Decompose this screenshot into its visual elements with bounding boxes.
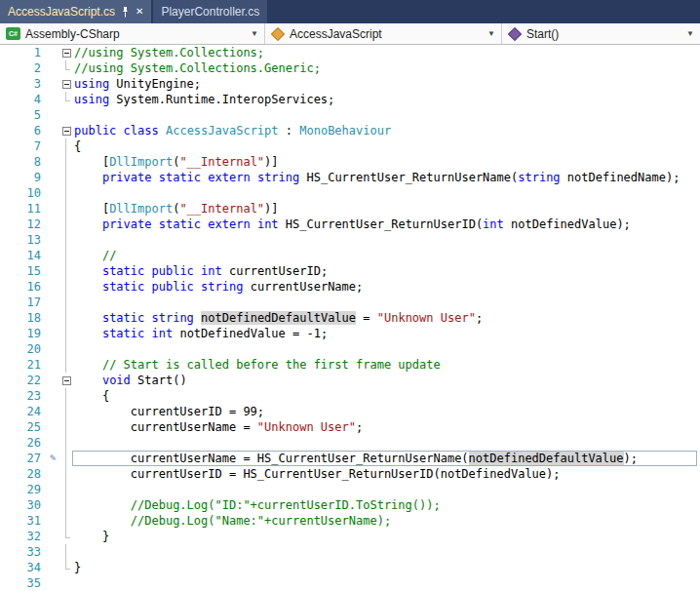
code-line[interactable]: 21 // Start is called before the first f… <box>0 357 700 373</box>
line-number[interactable]: 17 <box>0 295 47 310</box>
code-line[interactable]: 34} <box>0 560 700 575</box>
code-text[interactable]: //using System.Collections; <box>74 45 700 60</box>
collapse-minus-icon[interactable] <box>62 376 71 385</box>
type-dropdown[interactable]: AccessJavaScript ▼ <box>265 23 502 44</box>
collapse-minus-icon[interactable] <box>62 127 71 136</box>
code-text[interactable]: currentUserName = HS_CurrentUser_ReturnU… <box>74 451 700 466</box>
line-number[interactable]: 27 <box>0 451 47 466</box>
code-text[interactable]: // Start is called before the first fram… <box>74 357 700 373</box>
code-text[interactable]: currentUserName = "Unknown User"; <box>74 419 700 435</box>
line-number[interactable]: 13 <box>0 232 47 248</box>
code-text[interactable]: using System.Runtime.InteropServices; <box>74 92 700 107</box>
code-text[interactable]: void Start() <box>74 373 700 388</box>
code-line[interactable]: 16 static public string currentUserName; <box>0 279 700 295</box>
code-line[interactable]: 22 void Start() <box>0 373 700 388</box>
fold-collapse-button[interactable] <box>58 76 74 92</box>
line-number[interactable]: 28 <box>0 466 47 482</box>
line-number[interactable]: 33 <box>0 544 47 560</box>
line-number[interactable]: 4 <box>0 92 47 107</box>
code-line[interactable]: 5 <box>0 107 700 123</box>
code-text[interactable]: } <box>74 529 700 544</box>
code-line[interactable]: 17 <box>0 295 700 310</box>
line-number[interactable]: 3 <box>0 76 47 92</box>
line-number[interactable]: 32 <box>0 529 47 544</box>
code-line[interactable]: 2//using System.Collections.Generic; <box>0 60 700 76</box>
code-line[interactable]: 8 [DllImport("__Internal")] <box>0 154 700 170</box>
code-line[interactable]: 11 [DllImport("__Internal")] <box>0 201 700 217</box>
code-text[interactable]: [DllImport("__Internal")] <box>74 154 700 170</box>
line-number[interactable]: 26 <box>0 435 47 451</box>
line-number[interactable]: 19 <box>0 326 47 341</box>
line-number[interactable]: 9 <box>0 170 47 185</box>
collapse-minus-icon[interactable] <box>62 49 71 58</box>
line-number[interactable]: 16 <box>0 279 47 295</box>
tab-playercontroller[interactable]: PlayerController.cs <box>153 0 267 23</box>
code-text[interactable]: { <box>74 388 700 404</box>
code-text[interactable]: //using System.Collections.Generic; <box>74 60 700 76</box>
code-line[interactable]: 31 //Debug.Log("Name:"+currentUserName); <box>0 513 700 529</box>
code-line[interactable]: 35 <box>0 575 700 591</box>
code-text[interactable]: [DllImport("__Internal")] <box>74 201 700 217</box>
pin-icon[interactable] <box>121 7 130 18</box>
line-number[interactable]: 1 <box>0 45 47 60</box>
line-number[interactable]: 10 <box>0 185 47 201</box>
close-icon[interactable]: ✕ <box>136 7 143 17</box>
code-line[interactable]: 14 // <box>0 248 700 263</box>
code-text[interactable] <box>74 341 700 357</box>
member-dropdown[interactable]: Start() ▼ <box>502 23 700 44</box>
project-dropdown[interactable]: C# Assembly-CSharp ▼ <box>0 23 265 44</box>
code-line[interactable]: 3using UnityEngine; <box>0 76 700 92</box>
code-text[interactable] <box>74 107 700 123</box>
code-text[interactable] <box>74 575 700 591</box>
code-line[interactable]: 7{ <box>0 138 700 154</box>
code-text[interactable]: private static extern string HS_CurrentU… <box>74 170 700 185</box>
code-line[interactable]: 10 <box>0 185 700 201</box>
line-number[interactable]: 7 <box>0 138 47 154</box>
code-line[interactable]: 9 private static extern string HS_Curren… <box>0 170 700 185</box>
line-number[interactable]: 15 <box>0 263 47 279</box>
code-text[interactable]: currentUserID = 99; <box>74 404 700 419</box>
code-text[interactable]: public class AccessJavaScript : MonoBeha… <box>74 123 700 138</box>
collapse-minus-icon[interactable] <box>62 80 71 89</box>
line-number[interactable]: 11 <box>0 201 47 217</box>
code-text[interactable]: // <box>74 248 700 263</box>
line-number[interactable]: 12 <box>0 217 47 232</box>
line-number[interactable]: 30 <box>0 497 47 513</box>
fold-collapse-button[interactable] <box>58 45 74 60</box>
code-line[interactable]: 33 <box>0 544 700 560</box>
code-text[interactable] <box>74 232 700 248</box>
code-line[interactable]: 18 static string notDefinedDefaultValue … <box>0 310 700 326</box>
line-number[interactable]: 8 <box>0 154 47 170</box>
line-number[interactable]: 20 <box>0 341 47 357</box>
fold-collapse-button[interactable] <box>58 373 74 388</box>
line-number[interactable]: 22 <box>0 373 47 388</box>
line-number[interactable]: 5 <box>0 107 47 123</box>
code-line[interactable]: 25 currentUserName = "Unknown User"; <box>0 419 700 435</box>
code-text[interactable]: static public string currentUserName; <box>74 279 700 295</box>
code-line[interactable]: 1//using System.Collections; <box>0 45 700 60</box>
code-line[interactable]: 20 <box>0 341 700 357</box>
line-number[interactable]: 6 <box>0 123 47 138</box>
line-number[interactable]: 25 <box>0 419 47 435</box>
code-line[interactable]: 32 } <box>0 529 700 544</box>
code-text[interactable]: static int notDefinedValue = -1; <box>74 326 700 341</box>
code-text[interactable] <box>74 435 700 451</box>
code-line[interactable]: 15 static public int currentUserID; <box>0 263 700 279</box>
code-text[interactable]: } <box>74 560 700 575</box>
fold-collapse-button[interactable] <box>58 123 74 138</box>
line-number[interactable]: 21 <box>0 357 47 373</box>
code-text[interactable] <box>74 482 700 497</box>
code-line[interactable]: 29 <box>0 482 700 497</box>
code-line[interactable]: 24 currentUserID = 99; <box>0 404 700 419</box>
line-number[interactable]: 31 <box>0 513 47 529</box>
code-line[interactable]: 26 <box>0 435 700 451</box>
code-line[interactable]: 23 { <box>0 388 700 404</box>
code-line[interactable]: 6public class AccessJavaScript : MonoBeh… <box>0 123 700 138</box>
code-area[interactable]: 1//using System.Collections;2//using Sys… <box>0 45 700 591</box>
code-text[interactable]: //Debug.Log("Name:"+currentUserName); <box>74 513 700 529</box>
code-text[interactable] <box>74 295 700 310</box>
code-text[interactable]: { <box>74 138 700 154</box>
code-line[interactable]: 30 //Debug.Log("ID:"+currentUserID.ToStr… <box>0 497 700 513</box>
code-text[interactable]: static string notDefinedDefaultValue = "… <box>74 310 700 326</box>
line-number[interactable]: 29 <box>0 482 47 497</box>
